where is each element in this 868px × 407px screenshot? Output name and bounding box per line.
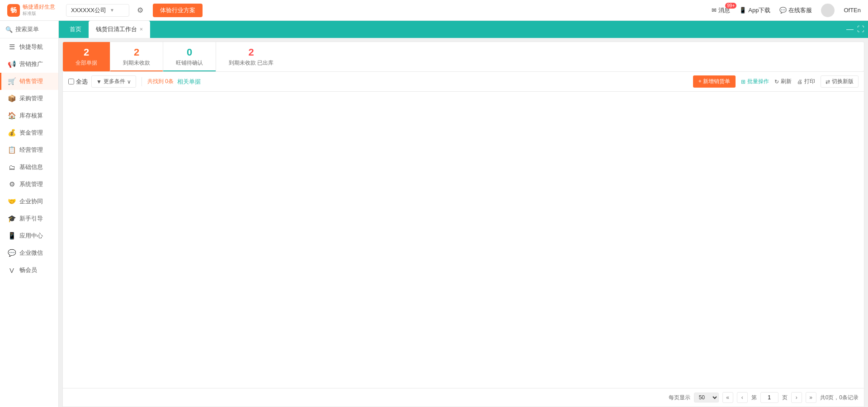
sidebar-item-wechat[interactable]: 💬 企业微信 bbox=[0, 244, 58, 262]
refresh-icon: ↻ bbox=[774, 79, 779, 85]
tab-underline-wangpu bbox=[163, 70, 216, 71]
sidebar-item-system[interactable]: ⚙ 系统管理 bbox=[0, 176, 58, 193]
company-dropdown-arrow: ▼ bbox=[110, 8, 114, 13]
tabbar-minimize-btn[interactable]: — bbox=[846, 25, 854, 33]
sidebar-item-finance[interactable]: 💰 资金管理 bbox=[0, 124, 58, 141]
sidebar-item-inventory[interactable]: 🏠 库存核算 bbox=[0, 107, 58, 124]
page-label: 第 bbox=[751, 394, 757, 402]
message-badge: 99+ bbox=[725, 3, 736, 9]
stats-label-all: 全部单据 bbox=[75, 59, 97, 67]
select-all-checkbox[interactable] bbox=[68, 79, 74, 84]
sidebar-item-enterprise[interactable]: 🤝 企业协同 bbox=[0, 193, 58, 210]
online-service-btn[interactable]: 💬 在线客服 bbox=[779, 6, 812, 14]
logo-icon: 畅 bbox=[7, 4, 20, 17]
tabbar-maximize-btn[interactable]: ⛶ bbox=[857, 25, 864, 33]
batch-label: 批量操作 bbox=[747, 78, 769, 85]
stats-label-wangpu: 旺铺待确认 bbox=[176, 59, 203, 67]
page-next-label: 页 bbox=[782, 394, 788, 402]
sales-icon: 🛒 bbox=[8, 77, 16, 85]
sidebar: 🔍 搜索菜单 ☰ 快捷导航 📢 营销推广 🛒 销售管理 📦 采购管理 🏠 库存核… bbox=[0, 21, 59, 407]
sidebar-item-purchase[interactable]: 📦 采购管理 bbox=[0, 90, 58, 107]
table-area bbox=[62, 92, 864, 388]
stats-tab-wangpu[interactable]: 0 旺铺待确认 bbox=[163, 42, 216, 71]
logo-text: 畅捷通好生意 bbox=[23, 4, 55, 11]
sidebar-label-purchase: 采购管理 bbox=[19, 94, 43, 103]
trial-btn[interactable]: 体验行业方案 bbox=[153, 4, 203, 17]
refresh-btn[interactable]: ↻ 刷新 bbox=[774, 78, 792, 85]
username[interactable]: OfTEn bbox=[844, 7, 861, 14]
stats-tab-overdue[interactable]: 2 到期未收款 bbox=[110, 42, 163, 71]
sidebar-item-basics[interactable]: 🗂 基础信息 bbox=[0, 159, 58, 176]
service-icon: 💬 bbox=[779, 7, 787, 14]
print-btn[interactable]: 🖨 打印 bbox=[797, 78, 815, 85]
sidebar-label-system: 系统管理 bbox=[19, 180, 43, 188]
service-label: 在线客服 bbox=[788, 6, 812, 14]
sidebar-item-operations[interactable]: 📋 经营管理 bbox=[0, 141, 58, 159]
avatar[interactable] bbox=[821, 4, 835, 17]
sidebar-item-member[interactable]: V 畅会员 bbox=[0, 262, 58, 279]
basics-icon: 🗂 bbox=[8, 164, 16, 171]
add-sales-btn[interactable]: + 新增销货单 bbox=[693, 75, 736, 88]
message-icon: ✉ bbox=[712, 7, 717, 14]
search-label: 搜索菜单 bbox=[15, 25, 39, 33]
topbar: 畅 畅捷通好生意 标准版 XXXXXX公司 ▼ ⚙ 体验行业方案 ✉ 消息 99… bbox=[0, 0, 868, 21]
tabbar-actions: — ⛶ bbox=[846, 25, 864, 33]
switch-version-btn[interactable]: ⇄ 切换新版 bbox=[821, 75, 859, 88]
filter-btn[interactable]: ▼ 更多条件 ∨ bbox=[91, 75, 136, 88]
guide-icon: 🎓 bbox=[8, 215, 16, 223]
page-size-select[interactable]: 50 100 200 bbox=[694, 393, 719, 402]
total-records: 共0页，0条记录 bbox=[820, 394, 859, 402]
first-page-btn[interactable]: « bbox=[722, 392, 733, 403]
main: 首页 钱货日清工作台 × — ⛶ 2 全部单据 2 到期未收款 bbox=[59, 21, 868, 407]
sidebar-item-guide[interactable]: 🎓 新手引导 bbox=[0, 210, 58, 227]
switch-icon: ⇄ bbox=[826, 79, 830, 85]
logo: 畅 畅捷通好生意 标准版 bbox=[7, 4, 66, 17]
app-icon: 📱 bbox=[739, 7, 746, 14]
bottombar: 每页显示 50 100 200 « ‹ 第 页 › » 共0页，0条记录 bbox=[62, 388, 864, 407]
stats-tab-all[interactable]: 2 全部单据 bbox=[63, 42, 110, 71]
page-size-label: 每页显示 bbox=[669, 394, 690, 402]
app-download-btn[interactable]: 📱 App下载 bbox=[739, 6, 770, 14]
last-page-btn[interactable]: » bbox=[806, 392, 816, 403]
sidebar-label-wechat: 企业微信 bbox=[19, 249, 43, 257]
batch-action-btn[interactable]: ⊞ 批量操作 bbox=[741, 78, 769, 85]
settings-icon[interactable]: ⚙ bbox=[133, 3, 147, 18]
stats-num-all: 2 bbox=[75, 47, 97, 58]
tab-current[interactable]: 钱货日清工作台 × bbox=[89, 21, 150, 38]
sidebar-search[interactable]: 🔍 搜索菜单 bbox=[0, 21, 58, 38]
sidebar-item-sales[interactable]: 🛒 销售管理 bbox=[0, 73, 58, 90]
stats-tabs: 2 全部单据 2 到期未收款 0 旺铺待确认 2 到期未收款 已出库 bbox=[62, 42, 864, 72]
sidebar-label-guide: 新手引导 bbox=[19, 215, 43, 223]
sidebar-item-marketing[interactable]: 📢 营销推广 bbox=[0, 56, 58, 73]
app-label: App下载 bbox=[748, 6, 770, 14]
next-page-btn[interactable]: › bbox=[791, 392, 802, 403]
print-label: 打印 bbox=[804, 78, 815, 85]
sidebar-label-appcenter: 应用中心 bbox=[19, 232, 43, 240]
stats-tab-shipped[interactable]: 2 到期未收款 已出库 bbox=[216, 42, 286, 71]
sidebar-item-appcenter[interactable]: 📱 应用中心 bbox=[0, 227, 58, 244]
stats-num-overdue: 2 bbox=[123, 47, 150, 58]
select-all-label[interactable]: 全选 bbox=[68, 78, 88, 86]
prev-page-btn[interactable]: ‹ bbox=[737, 392, 748, 403]
logo-sub: 标准版 bbox=[23, 10, 55, 17]
company-selector[interactable]: XXXXXX公司 ▼ bbox=[66, 4, 129, 17]
marketing-icon: 📢 bbox=[8, 60, 16, 68]
sidebar-label-member: 畅会员 bbox=[19, 266, 37, 274]
appcenter-icon: 📱 bbox=[8, 232, 16, 240]
sidebar-label-finance: 资金管理 bbox=[19, 129, 43, 137]
filter-arrow: ∨ bbox=[127, 79, 131, 85]
switch-label: 切换新版 bbox=[832, 78, 854, 85]
print-icon: 🖨 bbox=[797, 79, 802, 85]
empty-state bbox=[63, 92, 864, 388]
company-name: XXXXXX公司 bbox=[71, 6, 106, 14]
message-btn[interactable]: ✉ 消息 99+ bbox=[712, 6, 730, 14]
tab-home[interactable]: 首页 bbox=[62, 21, 89, 38]
quicknav-icon: ☰ bbox=[8, 43, 16, 51]
toolbar-count: 共找到 0条 bbox=[147, 78, 174, 85]
current-page-input[interactable] bbox=[760, 392, 778, 403]
tab-close-btn[interactable]: × bbox=[140, 26, 143, 33]
sidebar-item-quicknav[interactable]: ☰ 快捷导航 bbox=[0, 38, 58, 56]
sidebar-label-enterprise: 企业协同 bbox=[19, 197, 43, 206]
tab-underline-overdue bbox=[110, 70, 163, 71]
sidebar-label-operations: 经营管理 bbox=[19, 146, 43, 154]
